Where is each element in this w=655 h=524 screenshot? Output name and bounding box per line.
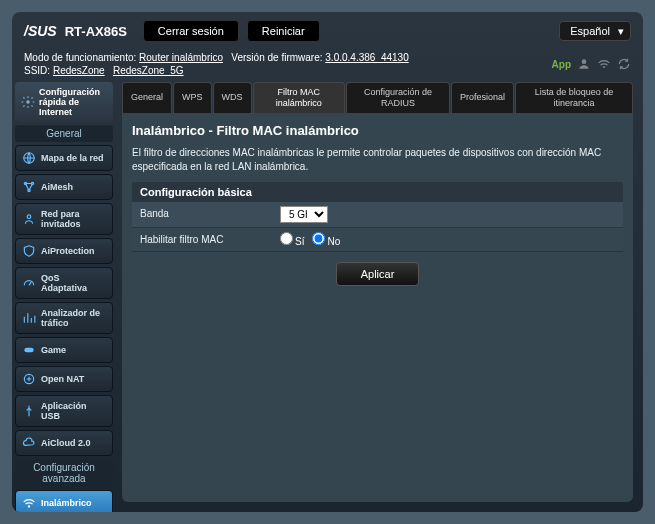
svg-rect-7 — [24, 348, 33, 353]
ssid2[interactable]: RedesZone_5G — [113, 65, 184, 76]
svg-point-1 — [26, 100, 30, 104]
tab-general[interactable]: General — [122, 82, 172, 113]
cloud-icon — [22, 436, 36, 450]
tab-bar: General WPS WDS Filtro MAC inalámbrico C… — [122, 82, 633, 113]
sidebar-item-game[interactable]: Game — [15, 337, 113, 363]
guest-icon — [22, 212, 36, 226]
usb-icon — [22, 404, 36, 418]
logout-button[interactable]: Cerrar sesión — [143, 20, 239, 42]
users-icon[interactable] — [577, 57, 591, 71]
shield-icon — [22, 244, 36, 258]
chart-icon — [22, 311, 36, 325]
tab-roaming-block[interactable]: Lista de bloqueo de itinerancia — [515, 82, 633, 113]
wifi-icon[interactable] — [597, 57, 611, 71]
language-select[interactable]: Español — [559, 21, 631, 41]
gauge-icon — [22, 276, 36, 290]
sidebar: Configuración rápida de Internet General… — [12, 82, 116, 512]
reboot-button[interactable]: Reiniciar — [247, 20, 320, 42]
svg-point-0 — [582, 59, 587, 64]
globe-icon — [22, 151, 36, 165]
radio-no-label[interactable]: No — [312, 232, 340, 247]
svg-point-6 — [27, 215, 31, 219]
enable-label: Habilitar filtro MAC — [132, 228, 272, 251]
sidebar-item-opennat[interactable]: Open NAT — [15, 366, 113, 392]
refresh-icon[interactable] — [617, 57, 631, 71]
tab-wps[interactable]: WPS — [173, 82, 212, 113]
mesh-icon — [22, 180, 36, 194]
gear-icon — [21, 95, 35, 109]
band-label: Banda — [132, 202, 272, 227]
nat-icon — [22, 372, 36, 386]
mode-label: Modo de funcionamiento: — [24, 52, 136, 63]
app-link[interactable]: App — [552, 59, 571, 70]
general-section-label: General — [15, 125, 113, 142]
row-band: Banda 5 GHz — [132, 202, 623, 228]
main-panel: Inalámbrico - Filtro MAC inalámbrico El … — [122, 113, 633, 502]
sidebar-item-aicloud[interactable]: AiCloud 2.0 — [15, 430, 113, 456]
advanced-section-label: Configuración avanzada — [15, 459, 113, 487]
model-name: RT-AX86S — [65, 24, 127, 39]
mode-value[interactable]: Router inalámbrico — [139, 52, 223, 63]
row-enable-filter: Habilitar filtro MAC Sí No — [132, 228, 623, 252]
config-header: Configuración básica — [132, 182, 623, 202]
radio-yes-label[interactable]: Sí — [280, 232, 304, 247]
info-bar: Modo de funcionamiento: Router inalámbri… — [12, 50, 643, 82]
tab-wds[interactable]: WDS — [213, 82, 252, 113]
panel-description: El filtro de direcciones MAC inalámbrica… — [132, 146, 623, 174]
brand-logo: /SUS — [24, 23, 57, 39]
content-area: General WPS WDS Filtro MAC inalámbrico C… — [116, 82, 643, 512]
gamepad-icon — [22, 343, 36, 357]
panel-title: Inalámbrico - Filtro MAC inalámbrico — [132, 123, 623, 138]
sidebar-item-aiprotection[interactable]: AiProtection — [15, 238, 113, 264]
apply-button[interactable]: Aplicar — [336, 262, 420, 286]
sidebar-item-traffic[interactable]: Analizador de tráfico — [15, 302, 113, 334]
radio-no[interactable] — [312, 232, 325, 245]
sidebar-item-aimesh[interactable]: AiMesh — [15, 174, 113, 200]
top-bar: /SUS RT-AX86S Cerrar sesión Reiniciar Es… — [12, 12, 643, 50]
wireless-icon — [22, 496, 36, 510]
fw-label: Versión de firmware: — [231, 52, 322, 63]
tab-mac-filter[interactable]: Filtro MAC inalámbrico — [253, 82, 346, 113]
tab-professional[interactable]: Profesional — [451, 82, 514, 113]
tab-radius[interactable]: Configuración de RADIUS — [346, 82, 450, 113]
sidebar-item-qos[interactable]: QoS Adaptativa — [15, 267, 113, 299]
sidebar-item-usb[interactable]: Aplicación USB — [15, 395, 113, 427]
band-select[interactable]: 5 GHz — [280, 206, 328, 223]
sidebar-item-wireless[interactable]: Inalámbrico — [15, 490, 113, 512]
ssid1[interactable]: RedesZone — [53, 65, 105, 76]
radio-yes[interactable] — [280, 232, 293, 245]
fw-value[interactable]: 3.0.0.4.386_44130 — [325, 52, 408, 63]
sidebar-item-network-map[interactable]: Mapa de la red — [15, 145, 113, 171]
svg-point-9 — [28, 506, 29, 507]
ssid-label: SSID: — [24, 65, 50, 76]
quick-setup[interactable]: Configuración rápida de Internet — [15, 82, 113, 122]
sidebar-item-guest-network[interactable]: Red para invitados — [15, 203, 113, 235]
